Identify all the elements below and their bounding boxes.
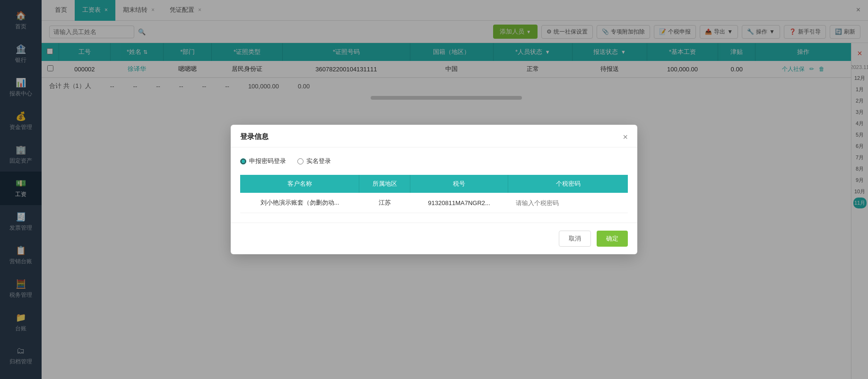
- dialog-col-taxno: 税号: [410, 175, 508, 193]
- radio-realname-login[interactable]: 实名登录: [297, 157, 331, 165]
- dialog-table-row: 刘小艳演示账套（勿删勿动... 江苏 91320811MA7NGR2...: [240, 193, 628, 213]
- cancel-button[interactable]: 取消: [559, 231, 591, 247]
- login-type-radio-group: 申报密码登录 实名登录: [240, 157, 628, 165]
- dialog-cell-taxno: 91320811MA7NGR2...: [410, 193, 508, 213]
- dialog-cell-password: [508, 193, 628, 213]
- tax-password-input[interactable]: [516, 199, 620, 207]
- dialog-body: 申报密码登录 实名登录 客户名称 所属地区 税号 个税密码: [231, 147, 637, 223]
- confirm-button[interactable]: 确定: [597, 231, 628, 247]
- dialog-table: 客户名称 所属地区 税号 个税密码 刘小艳演示账套（勿删勿动... 江苏 913…: [240, 175, 628, 213]
- dialog-cell-region: 江苏: [359, 193, 410, 213]
- dialog-title: 登录信息: [240, 132, 269, 141]
- radio-realname-input[interactable]: [297, 158, 304, 164]
- radio-password-input[interactable]: [240, 158, 246, 164]
- radio-password-login[interactable]: 申报密码登录: [240, 157, 286, 165]
- dialog-close-button[interactable]: ×: [623, 133, 628, 141]
- login-dialog: 登录信息 × 申报密码登录 实名登录 客户名称 所属地区: [231, 125, 637, 254]
- dialog-overlay: 登录信息 × 申报密码登录 实名登录 客户名称 所属地区: [0, 0, 868, 379]
- dialog-col-password: 个税密码: [508, 175, 628, 193]
- dialog-col-region: 所属地区: [359, 175, 410, 193]
- dialog-header: 登录信息 ×: [231, 125, 637, 147]
- dialog-col-client: 客户名称: [240, 175, 359, 193]
- dialog-footer: 取消 确定: [231, 223, 637, 254]
- dialog-cell-client: 刘小艳演示账套（勿删勿动...: [240, 193, 359, 213]
